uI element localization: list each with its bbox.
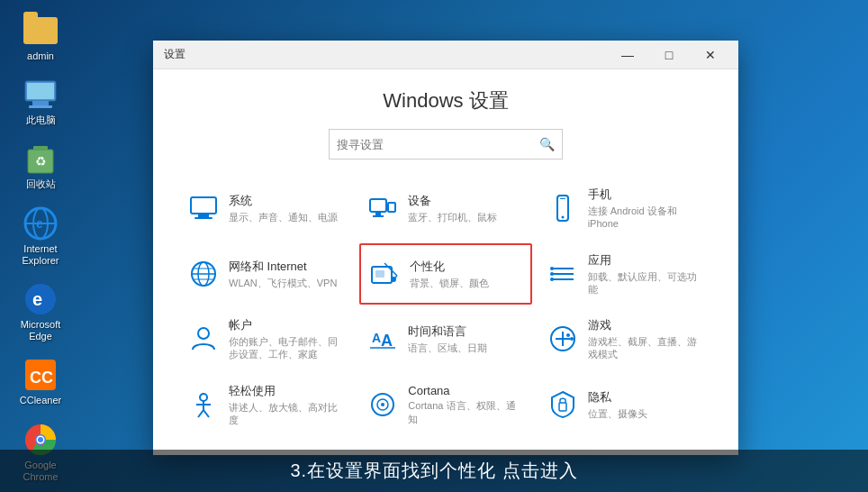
svg-rect-25 bbox=[388, 203, 395, 212]
window-titlebar: 设置 — □ ✕ bbox=[153, 41, 738, 69]
svg-point-64 bbox=[381, 403, 384, 406]
desktop: admin 此电脑 ♻ 回收站 bbox=[0, 0, 868, 492]
svg-text:A: A bbox=[381, 332, 393, 350]
time-icon: A A bbox=[366, 323, 399, 355]
svg-point-47 bbox=[550, 278, 554, 281]
svg-text:e: e bbox=[36, 216, 43, 231]
svg-line-61 bbox=[203, 410, 209, 417]
desktop-icon-computer[interactable]: 此电脑 bbox=[8, 73, 73, 130]
settings-item-network[interactable]: 网络和 Internet WLAN、飞行模式、VPN bbox=[180, 243, 352, 305]
svg-rect-21 bbox=[191, 197, 216, 214]
gaming-text: 游戏 游戏栏、截屏、直播、游戏模式 bbox=[588, 317, 704, 361]
network-title: 网络和 Internet bbox=[229, 259, 337, 275]
settings-item-personalization[interactable]: 个性化 背景、锁屏、颜色 bbox=[359, 243, 531, 305]
settings-item-system[interactable]: 系统 显示、声音、通知、电源 bbox=[180, 178, 352, 240]
accounts-title: 帐户 bbox=[229, 317, 345, 333]
settings-item-ease[interactable]: 轻松使用 讲述人、放大镜、高对比度 bbox=[180, 374, 352, 436]
desktop-icon-edge[interactable]: e Microsoft Edge bbox=[8, 278, 73, 346]
personalization-subtitle: 背景、锁屏、颜色 bbox=[410, 277, 489, 289]
system-subtitle: 显示、声音、通知、电源 bbox=[229, 211, 338, 223]
window-header: Windows 设置 bbox=[180, 87, 711, 114]
window-title: Windows 设置 bbox=[180, 87, 711, 114]
settings-item-cortana[interactable]: Cortana Cortana 语言、权限、通知 bbox=[359, 374, 531, 436]
svg-point-48 bbox=[198, 328, 209, 339]
search-icon: 🔍 bbox=[539, 137, 555, 151]
window-content: Windows 设置 🔍 系统 bbox=[153, 69, 738, 455]
ease-subtitle: 讲述人、放大镜、高对比度 bbox=[229, 401, 345, 427]
svg-text:♻: ♻ bbox=[35, 154, 47, 169]
settings-item-phone[interactable]: 手机 连接 Android 设备和 iPhone bbox=[539, 178, 711, 240]
svg-rect-3 bbox=[27, 83, 54, 99]
desktop-icon-edge-label: Microsoft Edge bbox=[12, 319, 69, 342]
personalization-title: 个性化 bbox=[410, 259, 489, 275]
desktop-icon-ie-label: Internet Explorer bbox=[12, 243, 69, 267]
svg-text:A: A bbox=[372, 331, 381, 345]
maximize-button[interactable]: □ bbox=[648, 41, 690, 69]
desktop-icon-admin[interactable]: admin bbox=[8, 9, 73, 66]
svg-point-29 bbox=[561, 216, 564, 219]
minimize-button[interactable]: — bbox=[607, 41, 648, 69]
settings-item-gaming[interactable]: 游戏 游戏栏、截屏、直播、游戏模式 bbox=[539, 308, 711, 370]
svg-line-60 bbox=[198, 410, 203, 417]
ease-title: 轻松使用 bbox=[229, 383, 345, 399]
accounts-subtitle: 你的账户、电子邮件、同步设置、工作、家庭 bbox=[229, 335, 345, 361]
desktop-icon-recycle[interactable]: ♻ 回收站 bbox=[8, 137, 73, 194]
svg-rect-30 bbox=[560, 198, 565, 199]
svg-text:CC: CC bbox=[30, 369, 53, 387]
svg-point-55 bbox=[566, 333, 570, 337]
desktop-icon-ie[interactable]: e Internet Explorer bbox=[8, 202, 73, 270]
settings-item-accounts[interactable]: 帐户 你的账户、电子邮件、同步设置、工作、家庭 bbox=[180, 308, 352, 370]
svg-point-40 bbox=[391, 277, 396, 282]
svg-point-45 bbox=[550, 267, 554, 270]
cortana-text: Cortana Cortana 语言、权限、通知 bbox=[408, 384, 524, 425]
svg-rect-5 bbox=[33, 146, 48, 150]
desktop-icon-ccleaner[interactable]: CC CCleaner bbox=[8, 353, 73, 410]
settings-item-privacy[interactable]: 隐私 位置、摄像头 bbox=[539, 374, 711, 436]
network-subtitle: WLAN、飞行模式、VPN bbox=[229, 277, 337, 289]
close-button[interactable]: ✕ bbox=[690, 41, 731, 69]
apps-subtitle: 卸载、默认应用、可选功能 bbox=[588, 270, 704, 296]
privacy-icon bbox=[547, 388, 579, 421]
cortana-subtitle: Cortana 语言、权限、通知 bbox=[408, 399, 524, 425]
network-icon bbox=[187, 258, 220, 290]
desktop-icon-computer-label: 此电脑 bbox=[26, 114, 56, 126]
titlebar-title: 设置 bbox=[164, 47, 185, 62]
system-text: 系统 显示、声音、通知、电源 bbox=[229, 193, 338, 223]
settings-item-time[interactable]: A A 时间和语言 语言、区域、日期 bbox=[359, 308, 531, 370]
desktop-icon-ccleaner-label: CCleaner bbox=[20, 395, 61, 406]
ease-icon bbox=[187, 388, 220, 421]
phone-icon bbox=[547, 192, 579, 224]
svg-rect-1 bbox=[32, 101, 49, 105]
devices-icon bbox=[366, 192, 399, 224]
search-input[interactable] bbox=[337, 138, 539, 151]
phone-text: 手机 连接 Android 设备和 iPhone bbox=[588, 187, 704, 231]
privacy-title: 隐私 bbox=[588, 389, 647, 405]
time-text: 时间和语言 语言、区域、日期 bbox=[408, 323, 487, 354]
settings-item-apps[interactable]: 应用 卸载、默认应用、可选功能 bbox=[539, 243, 711, 305]
apps-text: 应用 卸载、默认应用、可选功能 bbox=[588, 252, 704, 296]
time-title: 时间和语言 bbox=[408, 323, 487, 340]
gaming-icon bbox=[547, 323, 579, 355]
svg-point-18 bbox=[38, 437, 43, 442]
svg-rect-2 bbox=[29, 105, 52, 108]
time-subtitle: 语言、区域、日期 bbox=[408, 342, 487, 354]
settings-item-devices[interactable]: 设备 蓝牙、打印机、鼠标 bbox=[359, 178, 531, 240]
devices-text: 设备 蓝牙、打印机、鼠标 bbox=[408, 193, 497, 223]
search-bar[interactable]: 🔍 bbox=[329, 129, 563, 159]
gaming-title: 游戏 bbox=[588, 317, 704, 333]
svg-point-56 bbox=[570, 337, 574, 341]
svg-rect-22 bbox=[198, 214, 209, 217]
devices-title: 设备 bbox=[408, 193, 497, 209]
apps-title: 应用 bbox=[588, 252, 704, 269]
titlebar-controls: — □ ✕ bbox=[607, 41, 731, 69]
settings-window: 设置 — □ ✕ Windows 设置 🔍 bbox=[153, 41, 738, 455]
svg-rect-26 bbox=[375, 212, 381, 215]
svg-rect-41 bbox=[375, 270, 384, 278]
svg-rect-23 bbox=[194, 217, 212, 219]
privacy-subtitle: 位置、摄像头 bbox=[588, 407, 647, 420]
cortana-icon bbox=[366, 388, 399, 421]
network-text: 网络和 Internet WLAN、飞行模式、VPN bbox=[229, 259, 337, 289]
desktop-icon-area: admin 此电脑 ♻ 回收站 bbox=[0, 0, 81, 492]
svg-rect-65 bbox=[559, 403, 566, 411]
subtitle-bar: 3.在设置界面找到个性化 点击进入 bbox=[0, 450, 868, 492]
